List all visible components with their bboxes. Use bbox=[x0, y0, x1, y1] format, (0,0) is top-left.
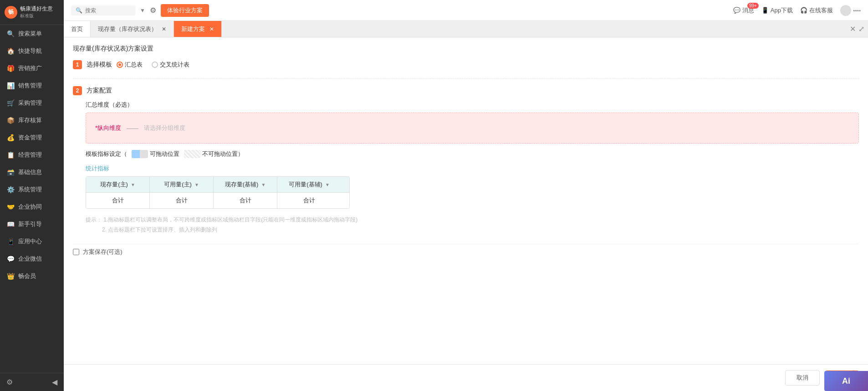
stats-cell-0: 合计 bbox=[86, 193, 150, 208]
sidebar-item-label: 快捷导航 bbox=[18, 47, 42, 55]
sidebar-item-label: 搜索菜单 bbox=[18, 30, 42, 38]
section2-header: 2 方案配置 bbox=[73, 86, 859, 95]
dimension-placeholder[interactable]: 请选择分组维度 bbox=[144, 124, 185, 132]
drag-indicator-icon bbox=[132, 150, 148, 158]
sidebar-item-label: 基础信息 bbox=[18, 168, 42, 176]
stats-cell-3: 合计 bbox=[277, 193, 341, 208]
sidebar-item-quick-nav[interactable]: 🏠 快捷导航 bbox=[0, 42, 64, 60]
topbar: 🔍 ▼ ⚙ 体验行业方案 💬 消息 99+ 📱 App下载 🎧 在线客服 bbox=[64, 0, 868, 21]
expand-panel-btn[interactable]: ⤢ bbox=[858, 25, 864, 33]
sidebar-item-inventory[interactable]: 📦 库存核算 bbox=[0, 112, 64, 129]
gear-icon[interactable]: ⚙ bbox=[150, 6, 156, 15]
section1-header: 1 选择模板 汇总表 交叉统计表 bbox=[73, 60, 859, 69]
sidebar-item-label: 营销推广 bbox=[18, 64, 42, 72]
sidebar-item-enterprise[interactable]: 🤝 企业协同 bbox=[0, 198, 64, 216]
finance-icon: 💰 bbox=[6, 134, 15, 142]
sidebar-item-operations[interactable]: 📋 经营管理 bbox=[0, 146, 64, 164]
close-panel-btn[interactable]: ✕ bbox=[850, 25, 856, 33]
quick-nav-icon: 🏠 bbox=[6, 47, 15, 55]
collapse-icon[interactable]: ◀ bbox=[52, 378, 57, 386]
sidebar-item-sales[interactable]: 📊 销售管理 bbox=[0, 77, 64, 94]
radio-cross[interactable]: 交叉统计表 bbox=[152, 61, 189, 69]
sidebar-item-enterprise-wechat[interactable]: 💬 企业微信 bbox=[0, 250, 64, 268]
sidebar-item-purchase[interactable]: 🛒 采购管理 bbox=[0, 94, 64, 112]
stats-label: 统计指标 bbox=[86, 165, 859, 173]
save-checkbox[interactable] bbox=[73, 249, 79, 255]
sidebar-item-label: 企业微信 bbox=[18, 255, 42, 263]
messages-btn[interactable]: 💬 消息 99+ bbox=[733, 6, 754, 15]
sidebar-item-system[interactable]: ⚙️ 系统管理 bbox=[0, 181, 64, 198]
section2-title: 方案配置 bbox=[87, 87, 112, 95]
content-footer: 方案保存(可选) bbox=[73, 244, 859, 258]
trial-btn[interactable]: 体验行业方案 bbox=[161, 4, 209, 17]
sidebar-item-search-menu[interactable]: 🔍 搜索菜单 bbox=[0, 25, 64, 42]
user-area[interactable]: ▪▪▪▪ bbox=[840, 5, 861, 16]
col-1-label: 可用量(主) bbox=[164, 180, 192, 189]
stats-col-2[interactable]: 现存量(基辅) ▼ bbox=[214, 177, 277, 192]
ai-button[interactable]: Ai bbox=[824, 371, 868, 391]
settings-icon[interactable]: ⚙ bbox=[6, 378, 13, 386]
sidebar-item-new-guide[interactable]: 📖 新手引导 bbox=[0, 216, 64, 233]
stats-col-0[interactable]: 现存量(主) ▼ bbox=[86, 177, 150, 192]
cell-1-value: 合计 bbox=[176, 196, 188, 205]
sidebar-item-member[interactable]: 👑 畅会员 bbox=[0, 268, 64, 285]
stats-col-3[interactable]: 可用量(基辅) ▼ bbox=[277, 177, 341, 192]
enterprise-wechat-icon: 💬 bbox=[6, 255, 15, 263]
non-draggable-indicator: 不可拖动位置） bbox=[184, 150, 244, 158]
sidebar-item-app-center[interactable]: 📱 应用中心 bbox=[0, 233, 64, 250]
stats-table-header: 现存量(主) ▼ 可用量(主) ▼ 现存量(基辅) ▼ bbox=[86, 177, 349, 192]
sidebar-item-label: 企业协同 bbox=[18, 203, 42, 211]
basic-info-icon: 🗃️ bbox=[6, 168, 15, 176]
app-download-label: App下载 bbox=[771, 6, 793, 15]
indicator-settings-row: 模板指标设定（ 可拖动位置 不可拖动位置） bbox=[86, 150, 859, 158]
search-input[interactable] bbox=[85, 7, 131, 14]
tips-title-label: 提示： bbox=[86, 216, 102, 223]
tab-inventory-status[interactable]: 现存量（库存状况表） ✕ bbox=[91, 21, 174, 37]
dropdown-icon[interactable]: ▼ bbox=[140, 7, 145, 14]
sidebar-item-label: 资金管理 bbox=[18, 134, 42, 142]
sidebar-item-marketing[interactable]: 🎁 营销推广 bbox=[0, 60, 64, 77]
tab-inventory-status-close[interactable]: ✕ bbox=[162, 26, 166, 32]
col-3-chevron[interactable]: ▼ bbox=[325, 182, 330, 187]
sidebar-item-finance[interactable]: 💰 资金管理 bbox=[0, 129, 64, 146]
mobile-icon: 📱 bbox=[761, 7, 769, 14]
col-2-chevron[interactable]: ▼ bbox=[261, 182, 266, 187]
sidebar-item-label: 系统管理 bbox=[18, 185, 42, 194]
purchase-icon: 🛒 bbox=[6, 99, 15, 107]
cancel-button[interactable]: 取消 bbox=[785, 370, 820, 386]
tabbar-actions: ✕ ⤢ bbox=[850, 25, 868, 33]
dimension-row: *纵向维度 —— 请选择分组维度 bbox=[95, 124, 849, 132]
sidebar-item-label: 应用中心 bbox=[18, 237, 42, 246]
online-service-btn[interactable]: 🎧 在线客服 bbox=[800, 6, 833, 15]
cell-0-value: 合计 bbox=[112, 196, 124, 205]
section2-number: 2 bbox=[73, 86, 82, 95]
stats-col-1[interactable]: 可用量(主) ▼ bbox=[150, 177, 214, 192]
sidebar-item-label: 采购管理 bbox=[18, 99, 42, 107]
message-icon: 💬 bbox=[733, 7, 740, 14]
sidebar: 畅 畅康通好生意 标准版 🔍 搜索菜单 🏠 快捷导航 🎁 营销推广 📊 销售管理… bbox=[0, 0, 64, 391]
app-name: 畅康通好生意 bbox=[20, 5, 53, 13]
tab-new-scheme-close[interactable]: ✕ bbox=[209, 26, 214, 32]
tip-item-1: 2. 点击标题栏下拉可设置排序、插入列和删除列 bbox=[86, 225, 859, 235]
tab-home[interactable]: 首页 bbox=[64, 21, 91, 37]
cell-3-value: 合计 bbox=[303, 196, 315, 205]
search-icon: 🔍 bbox=[76, 7, 82, 14]
sidebar-item-basic-info[interactable]: 🗃️ 基础信息 bbox=[0, 164, 64, 181]
col-1-chevron[interactable]: ▼ bbox=[194, 182, 199, 187]
sidebar-item-label: 库存核算 bbox=[18, 116, 42, 124]
col-0-chevron[interactable]: ▼ bbox=[131, 182, 135, 187]
sidebar-item-label: 销售管理 bbox=[18, 82, 42, 90]
radio-summary[interactable]: 汇总表 bbox=[117, 61, 143, 69]
tips-section: 提示： 1.拖动标题栏可以调整布局，不可跨维度或指标区域拖动栏目字段(只能在同一… bbox=[86, 215, 859, 235]
topbar-search[interactable]: 🔍 bbox=[71, 5, 135, 15]
section-divider bbox=[73, 78, 859, 79]
main-area: 🔍 ▼ ⚙ 体验行业方案 💬 消息 99+ 📱 App下载 🎧 在线客服 bbox=[64, 0, 868, 391]
enterprise-icon: 🤝 bbox=[6, 203, 15, 211]
tab-new-scheme[interactable]: 新建方案 ✕ bbox=[174, 21, 222, 37]
sales-icon: 📊 bbox=[6, 82, 15, 90]
app-download-btn[interactable]: 📱 App下载 bbox=[761, 6, 793, 15]
app-logo: 畅 畅康通好生意 标准版 bbox=[0, 0, 64, 25]
tips-title: 提示： 1.拖动标题栏可以调整布局，不可跨维度或指标区域拖动栏目字段(只能在同一… bbox=[86, 215, 859, 225]
radio-summary-label: 汇总表 bbox=[125, 61, 143, 69]
stats-section: 统计指标 现存量(主) ▼ 可用量(主) ▼ bbox=[86, 165, 859, 209]
